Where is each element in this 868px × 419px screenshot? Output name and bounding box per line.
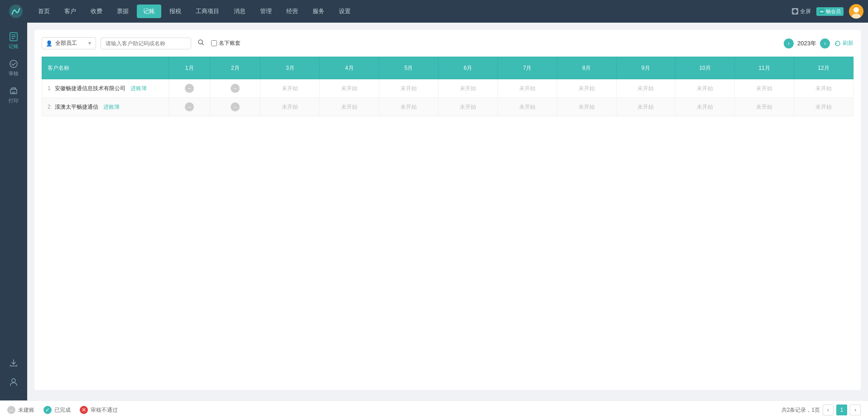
svg-point-4 — [854, 7, 859, 13]
data-table: 客户名称 1月 2月 3月 4月 5月 6月 7月 8月 9月 10月 11月 — [42, 57, 854, 116]
content-area: 👤 全部员工 ▼ 名下账套 ‹ 2023年 › — [27, 23, 868, 400]
nav-bookkeeping[interactable]: 记账 — [137, 5, 161, 18]
sidebar-download[interactable] — [9, 353, 19, 372]
nav-operation[interactable]: 经营 — [280, 5, 304, 18]
sidebar: 记账 审核 打印 — [0, 23, 27, 400]
col-header-aug: 8月 — [557, 57, 616, 79]
nav-right: 全屏 畅会员 — [792, 4, 863, 19]
content-card: 👤 全部员工 ▼ 名下账套 ‹ 2023年 › — [34, 30, 861, 390]
sidebar-print-label: 打印 — [9, 97, 19, 104]
my-accounts-checkbox-label[interactable]: 名下账套 — [211, 39, 241, 47]
year-display: 2023年 — [797, 39, 816, 48]
row2-enter-link[interactable]: 进账簿 — [103, 104, 120, 110]
sidebar-bookkeeping[interactable]: 记账 — [0, 27, 27, 54]
search-button[interactable] — [196, 39, 207, 48]
table-wrap: 客户名称 1月 2月 3月 4月 5月 6月 7月 8月 9月 10月 11月 — [42, 57, 854, 116]
employee-select-text: 全部员工 — [55, 39, 85, 47]
avatar[interactable] — [849, 4, 863, 19]
total-records-text: 共2条记录，1页 — [781, 406, 820, 414]
legend-not-built-label: 未建账 — [18, 406, 34, 414]
page-next-button[interactable]: › — [850, 405, 861, 415]
employee-select[interactable]: 👤 全部员工 ▼ — [42, 37, 96, 49]
row2-nov: 未开始 — [735, 98, 794, 116]
row1-company-name: 安徽畅捷通信息技术有限公司 — [55, 85, 125, 92]
row1-enter-link[interactable]: 进账簿 — [130, 85, 147, 92]
row1-jul: 未开始 — [497, 79, 557, 98]
col-header-mar: 3月 — [260, 57, 320, 79]
row2-mar: 未开始 — [260, 98, 320, 116]
legend-rejected: ✕ 审核不通过 — [80, 406, 118, 414]
page-1-button[interactable]: 1 — [836, 405, 847, 415]
row2-jul: 未开始 — [497, 98, 557, 116]
nav-settings[interactable]: 设置 — [333, 5, 357, 18]
svg-rect-2 — [819, 9, 825, 14]
legend-not-built: – 未建账 — [7, 406, 34, 414]
row2-jan-status: – — [185, 102, 194, 111]
sidebar-audit[interactable]: 审核 — [0, 54, 27, 82]
nav-manage[interactable]: 管理 — [254, 5, 278, 18]
main-layout: 记账 审核 打印 — [0, 23, 868, 400]
row2-jun: 未开始 — [438, 98, 497, 116]
nav-home[interactable]: 首页 — [32, 5, 56, 18]
col-header-sep: 9月 — [616, 57, 675, 79]
audit-icon — [9, 59, 19, 69]
nav-customer[interactable]: 客户 — [58, 5, 82, 18]
nav-business[interactable]: 工商项目 — [189, 5, 226, 18]
sidebar-print[interactable]: 打印 — [0, 82, 27, 109]
sidebar-user[interactable] — [9, 372, 19, 391]
bookkeeping-icon — [9, 32, 19, 42]
sidebar-bottom — [9, 353, 19, 400]
year-nav: ‹ 2023年 › — [784, 39, 830, 48]
col-header-jan: 1月 — [169, 57, 210, 79]
row2-company-name: 漠澳太平畅捷通信 — [55, 104, 98, 110]
svg-rect-9 — [12, 92, 15, 93]
row1-jun: 未开始 — [438, 79, 497, 98]
col-header-name: 客户名称 — [42, 57, 169, 79]
col-header-oct: 10月 — [675, 57, 735, 79]
refresh-label: 刷新 — [843, 39, 854, 47]
year-prev-button[interactable]: ‹ — [784, 39, 794, 48]
nav-tax[interactable]: 报税 — [163, 5, 188, 18]
col-header-feb: 2月 — [210, 57, 260, 79]
row2-oct: 未开始 — [675, 98, 735, 116]
page-prev-button[interactable]: ‹ — [823, 405, 834, 415]
nav-message[interactable]: 消息 — [227, 5, 252, 18]
row2-apr: 未开始 — [320, 98, 379, 116]
sidebar-audit-label: 审核 — [9, 70, 19, 77]
row1-jan: – — [169, 79, 210, 98]
top-nav: 首页 客户 收费 票据 记账 报税 工商项目 消息 管理 经营 服务 设置 全屏… — [0, 0, 868, 23]
col-header-apr: 4月 — [320, 57, 379, 79]
nav-charge[interactable]: 收费 — [84, 5, 109, 18]
footer-legend: – 未建账 ✓ 已完成 ✕ 审核不通过 — [7, 406, 781, 414]
toolbar: 👤 全部员工 ▼ 名下账套 ‹ 2023年 › — [42, 37, 854, 49]
fullscreen-button[interactable]: 全屏 — [792, 8, 811, 15]
nav-service[interactable]: 服务 — [306, 5, 331, 18]
row1-num: 1 — [48, 85, 51, 92]
my-accounts-checkbox[interactable] — [211, 40, 217, 46]
row2-sep: 未开始 — [616, 98, 675, 116]
refresh-button[interactable]: 刷新 — [834, 39, 854, 47]
col-header-jun: 6月 — [438, 57, 497, 79]
col-header-dec: 12月 — [794, 57, 854, 79]
row1-feb: – — [210, 79, 260, 98]
nav-invoice[interactable]: 票据 — [111, 5, 135, 18]
row2-name-cell: 2 漠澳太平畅捷通信 进账簿 — [42, 98, 169, 116]
footer: – 未建账 ✓ 已完成 ✕ 审核不通过 共2条记录，1页 ‹ 1 › — [0, 400, 868, 419]
vip-badge[interactable]: 畅会员 — [816, 7, 844, 16]
row1-feb-status: – — [231, 84, 240, 93]
row2-feb-status: – — [231, 102, 240, 111]
vip-label: 畅会员 — [826, 8, 841, 15]
row1-oct: 未开始 — [675, 79, 735, 98]
legend-completed: ✓ 已完成 — [43, 406, 71, 414]
footer-pagination: 共2条记录，1页 ‹ 1 › — [781, 405, 861, 415]
row2-aug: 未开始 — [557, 98, 616, 116]
svg-rect-1 — [792, 9, 798, 14]
year-next-button[interactable]: › — [820, 39, 830, 48]
row2-dec: 未开始 — [794, 98, 854, 116]
legend-completed-label: 已完成 — [54, 406, 71, 414]
search-input[interactable] — [101, 38, 191, 49]
table-row: 1 安徽畅捷通信息技术有限公司 进账簿 – – 未开始 未开始 未开始 未开始 … — [42, 79, 854, 98]
fullscreen-label: 全屏 — [800, 8, 811, 15]
svg-point-10 — [12, 379, 15, 382]
row2-jan: – — [169, 98, 210, 116]
